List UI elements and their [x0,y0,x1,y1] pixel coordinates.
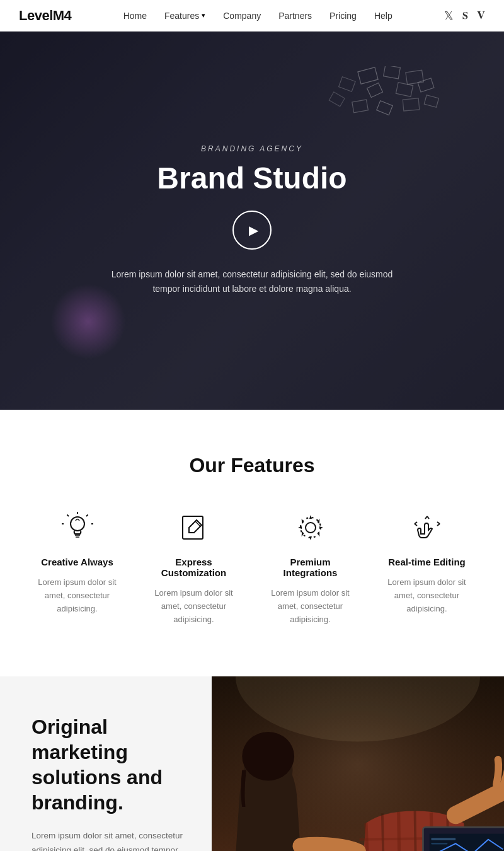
svg-line-16 [67,515,69,517]
edit-icon [175,509,213,547]
feature-desc-realtime: Lorem ipsum dolor sit amet, consectetur … [381,576,472,615]
brand-logo[interactable]: LevelM4 [19,8,71,24]
svg-line-14 [86,515,88,517]
main-nav: Home Features Company Partners Pricing H… [123,10,392,21]
hero-subtitle: BRANDING AGENCY [201,144,303,153]
hero-title: Brand Studio [157,162,346,195]
feature-item-customization: Express Customization Lorem ipsum dolor … [142,509,246,626]
feature-item-creative: Creative Always Lorem ipsum dolor sit am… [25,509,129,626]
navbar: LevelM4 Home Features Company Partners P… [0,0,504,32]
svg-rect-35 [431,843,447,845]
features-section: Our Features Creative Alway [0,410,504,676]
twitter-icon[interactable]: 𝕏 [444,9,454,23]
marketing-title: Original marketing solutions and brandin… [32,714,186,815]
scene-svg [212,676,504,851]
feature-item-realtime: Real-time Editing Lorem ipsum dolor sit … [375,509,479,626]
feature-item-integrations: Premium Integrations Lorem ipsum dolor s… [258,509,362,626]
nav-item-home[interactable]: Home [123,10,147,21]
marketing-section: Original marketing solutions and brandin… [0,676,504,851]
feature-name-creative: Creative Always [41,557,113,567]
hero-section: BRANDING AGENCY Brand Studio Lorem ipsum… [0,32,504,410]
marketing-description: Lorem ipsum dolor sit amet, consectetur … [32,829,186,851]
nav-item-pricing[interactable]: Pricing [329,10,357,21]
feature-desc-customization: Lorem ipsum dolor sit amet, consectetur … [148,587,239,626]
svg-rect-34 [431,838,455,841]
feature-name-customization: Express Customization [148,557,239,578]
gear-icon [292,509,329,547]
svg-point-23 [306,523,316,533]
nav-item-help[interactable]: Help [374,10,392,21]
feature-desc-integrations: Lorem ipsum dolor sit amet, consectetur … [265,587,356,626]
features-grid: Creative Always Lorem ipsum dolor sit am… [25,509,479,626]
features-title: Our Features [25,454,479,477]
feature-desc-creative: Lorem ipsum dolor sit amet, consectetur … [32,576,123,615]
feature-name-realtime: Real-time Editing [388,557,466,567]
vimeo-icon[interactable]: 𝐕 [477,9,485,22]
lamp-glow-effect [50,284,126,359]
touch-icon [408,509,446,547]
nav-item-features[interactable]: Features [164,11,205,21]
nav-item-company[interactable]: Company [223,10,261,21]
bulb-icon [59,509,96,547]
hero-description: Lorem ipsum dolor sit amet, consectetur … [107,267,397,298]
meeting-scene [212,676,504,851]
play-button[interactable] [232,211,272,250]
marketing-image [212,676,504,851]
skype-icon[interactable]: 𝐒 [462,10,468,21]
social-icons: 𝕏 𝐒 𝐕 [444,9,485,23]
nav-item-partners[interactable]: Partners [278,10,312,21]
svg-point-30 [242,732,294,781]
marketing-content: Original marketing solutions and brandin… [0,676,212,851]
feature-name-integrations: Premium Integrations [265,557,356,578]
svg-point-24 [301,518,321,538]
